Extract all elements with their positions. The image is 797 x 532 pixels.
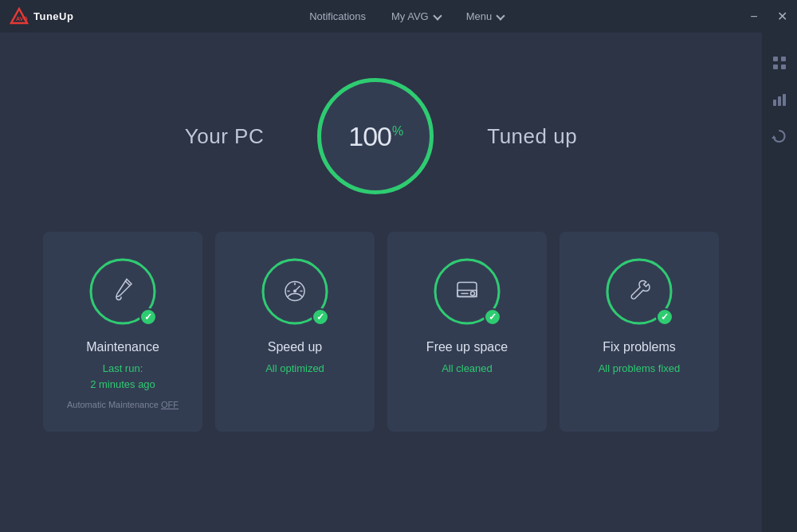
maintenance-title: Maintenance [86, 340, 159, 354]
notifications-nav[interactable]: Notifications [298, 0, 377, 33]
titlebar-nav: Notifications My AVG Menu [298, 0, 515, 33]
free-space-card[interactable]: ✓ Free up space All cleaned [387, 232, 547, 432]
fix-problems-checkmark: ✓ [656, 308, 673, 326]
svg-point-27 [471, 291, 475, 295]
svg-rect-7 [778, 96, 781, 106]
maintenance-card[interactable]: ✓ Maintenance Last run: 2 minutes ago Au… [43, 232, 202, 432]
chart-icon [771, 92, 787, 108]
svg-rect-3 [781, 57, 786, 61]
speed-up-card[interactable]: ✓ Speed up All optimized [215, 232, 375, 432]
hero-section: Your PC 100% Tuned up [185, 33, 577, 232]
speedometer-svg [281, 276, 308, 303]
avg-logo: AVG TuneUp [10, 7, 73, 26]
minimize-button[interactable]: − [740, 0, 768, 33]
speed-title: Speed up [268, 340, 323, 354]
circle-inner: 100% [321, 82, 430, 190]
maintenance-status: Last run: 2 minutes ago [90, 361, 155, 392]
hdd-svg [453, 276, 481, 303]
my-avg-chevron [433, 11, 442, 20]
titlebar-controls: − ✕ [740, 0, 797, 33]
logo-text: TuneUp [33, 10, 73, 22]
grid-icon [771, 55, 787, 71]
free-space-icon [453, 276, 481, 307]
free-space-checkmark: ✓ [484, 308, 501, 326]
svg-point-19 [293, 290, 296, 293]
hero-left-text: Your PC [185, 124, 264, 149]
svg-rect-6 [773, 100, 776, 106]
hero-right-text: Tuned up [487, 124, 577, 149]
svg-rect-2 [773, 57, 778, 61]
my-avg-nav[interactable]: My AVG [380, 0, 452, 33]
menu-chevron [497, 11, 505, 20]
titlebar: AVG TuneUp Notifications My AVG Menu − ✕ [0, 0, 797, 33]
svg-rect-5 [781, 65, 786, 69]
svg-marker-9 [771, 135, 776, 139]
avg-logo-icon: AVG [10, 7, 29, 26]
fix-problems-status: All problems fixed [599, 361, 681, 377]
free-space-status: All cleaned [442, 361, 493, 377]
menu-nav[interactable]: Menu [455, 0, 516, 33]
maintenance-checkmark: ✓ [139, 308, 157, 326]
speed-status: All optimized [265, 361, 324, 377]
main-content: Your PC 100% Tuned up [0, 33, 762, 532]
svg-rect-4 [773, 65, 778, 69]
fix-problems-icon [626, 276, 653, 307]
close-button[interactable]: ✕ [768, 0, 797, 33]
auto-maintenance-toggle[interactable]: OFF [161, 400, 179, 409]
circle-meter: 100% [312, 72, 439, 200]
fix-problems-icon-wrapper: ✓ [603, 256, 675, 327]
circle-unit: % [392, 124, 402, 138]
refresh-icon [771, 128, 787, 144]
refresh-sidebar-icon[interactable] [765, 122, 794, 151]
grid-sidebar-icon[interactable] [765, 49, 794, 77]
fix-problems-title: Fix problems [603, 340, 676, 354]
circle-value: 100% [348, 121, 402, 152]
right-sidebar [762, 33, 797, 532]
speed-icon [281, 276, 308, 307]
chart-sidebar-icon[interactable] [765, 85, 794, 114]
free-space-icon-wrapper: ✓ [431, 256, 503, 327]
maintenance-extra: Automatic Maintenance OFF [67, 398, 179, 413]
maintenance-icon [109, 276, 136, 307]
brush-svg [109, 276, 136, 303]
fix-problems-card[interactable]: ✓ Fix problems All problems fixed [559, 232, 719, 432]
titlebar-left: AVG TuneUp [10, 7, 73, 26]
free-space-title: Free up space [426, 340, 508, 354]
speed-checkmark: ✓ [312, 308, 329, 326]
cards-section: ✓ Maintenance Last run: 2 minutes ago Au… [0, 232, 762, 432]
maintenance-icon-wrapper: ✓ [87, 256, 159, 327]
wrench-svg [626, 276, 653, 303]
svg-text:AVG: AVG [16, 16, 28, 22]
speed-icon-wrapper: ✓ [259, 256, 331, 327]
svg-rect-8 [783, 94, 786, 106]
